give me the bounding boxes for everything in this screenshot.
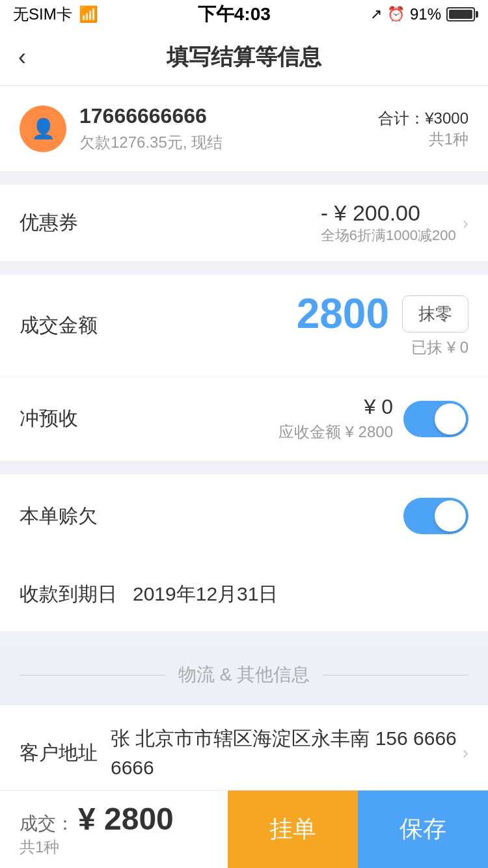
customer-left: 👤 17666666666 欠款1276.35元, 现结: [20, 104, 223, 153]
total-label: 合计：¥3000: [378, 108, 468, 129]
writeoff-label: 本单赊欠: [20, 503, 98, 530]
customer-card: 👤 17666666666 欠款1276.35元, 现结 合计：¥3000 共1…: [0, 86, 488, 172]
prepay-toggle[interactable]: [403, 401, 468, 437]
battery-icon: [446, 7, 475, 21]
customer-debt: 欠款1276.35元, 现结: [79, 132, 223, 153]
prepay-right: ¥ 0 应收金额 ¥ 2800: [278, 395, 468, 442]
divider-1: [0, 172, 488, 185]
avatar-icon: 👤: [31, 117, 55, 140]
nav-bar: ‹ 填写结算等信息: [0, 29, 488, 86]
prepay-amount: ¥ 0: [278, 395, 393, 419]
status-right: ↗ ⏰ 91%: [370, 5, 475, 23]
coupon-row[interactable]: 优惠券 - ¥ 200.00 全场6折满1000减200 ›: [0, 185, 488, 262]
header-line-right: [323, 675, 468, 675]
status-left: 无SIM卡 📶: [13, 4, 98, 25]
status-time: 下午4:03: [198, 2, 271, 27]
footer-deal-label: 成交：: [20, 811, 74, 836]
customer-right: 合计：¥3000 共1种: [378, 108, 468, 150]
alarm-icon: ⏰: [387, 6, 405, 23]
address-label: 客户地址: [20, 740, 98, 766]
prepay-sub: 应收金额 ¥ 2800: [278, 422, 393, 442]
round-button[interactable]: 抹零: [402, 295, 468, 332]
divider-4: [0, 631, 488, 644]
page-title: 填写结算等信息: [167, 42, 321, 72]
chevron-right-icon: ›: [463, 213, 468, 234]
carrier-label: 无SIM卡: [13, 4, 72, 25]
prepay-label: 冲预收: [20, 405, 78, 432]
avatar: 👤: [20, 105, 66, 152]
wifi-icon: 📶: [79, 5, 98, 23]
address-value: 张 北京市市辖区海淀区永丰南 156 6666 6666: [111, 724, 463, 782]
back-button[interactable]: ‹: [18, 44, 26, 71]
divider-3: [0, 461, 488, 474]
duedate-value: 2019年12月31日: [133, 581, 278, 608]
writeoff-toggle[interactable]: [403, 498, 468, 534]
footer-info: 成交： ¥ 2800 共1种: [0, 791, 228, 868]
logistics-header: 物流 & 其他信息: [0, 644, 488, 705]
divider-2: [0, 262, 488, 275]
deal-label: 成交金额: [20, 312, 98, 339]
total-count: 共1种: [378, 129, 468, 150]
footer: 成交： ¥ 2800 共1种 挂单 保存: [0, 790, 488, 868]
location-icon: ↗: [370, 6, 382, 23]
writeoff-toggle-knob: [435, 500, 466, 532]
coupon-desc: 全场6折满1000减200: [321, 226, 456, 245]
deal-amount: 2800: [297, 293, 389, 334]
deal-right: 2800 抹零: [297, 293, 468, 334]
header-line-left: [20, 675, 165, 675]
coupon-right: - ¥ 200.00 全场6折满1000减200 ›: [321, 200, 468, 245]
duedate-row: 收款到期日 2019年12月31日: [0, 558, 488, 631]
toggle-knob: [435, 403, 466, 435]
customer-phone: 17666666666: [79, 104, 223, 128]
save-button[interactable]: 保存: [358, 791, 488, 868]
deal-sub: 已抹 ¥ 0: [297, 337, 468, 358]
chevron-right-icon-2: ›: [463, 742, 468, 763]
deal-row: 成交金额 2800 抹零 已抹 ¥ 0: [0, 275, 488, 377]
writeoff-row: 本单赊欠: [0, 474, 488, 558]
address-row[interactable]: 客户地址 张 北京市市辖区海淀区永丰南 156 6666 6666 ›: [0, 705, 488, 800]
footer-amount: ¥ 2800: [78, 801, 174, 837]
prepay-info: ¥ 0 应收金额 ¥ 2800: [278, 395, 393, 442]
duedate-label: 收款到期日: [20, 581, 117, 608]
pending-button[interactable]: 挂单: [228, 791, 358, 868]
footer-count: 共1种: [20, 837, 208, 858]
logistics-label: 物流 & 其他信息: [178, 662, 310, 687]
content: 👤 17666666666 欠款1276.35元, 现结 合计：¥3000 共1…: [0, 86, 488, 868]
battery-percent: 91%: [410, 5, 441, 23]
customer-info: 17666666666 欠款1276.35元, 现结: [79, 104, 223, 153]
coupon-discount: - ¥ 200.00: [321, 200, 456, 226]
address-chevron: ›: [463, 742, 468, 763]
status-bar: 无SIM卡 📶 下午4:03 ↗ ⏰ 91%: [0, 0, 488, 29]
coupon-label: 优惠券: [20, 210, 78, 236]
prepay-row: 冲预收 ¥ 0 应收金额 ¥ 2800: [0, 377, 488, 461]
